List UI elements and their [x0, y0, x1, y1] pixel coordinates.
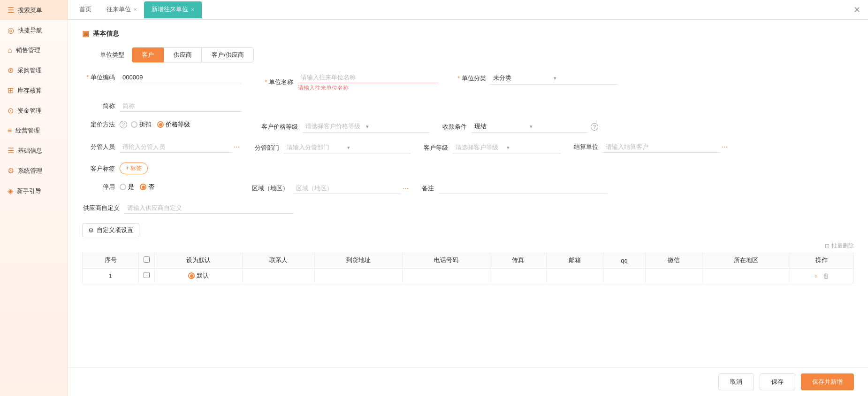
cell-wechat[interactable] [646, 269, 702, 283]
cell-contact[interactable] [243, 269, 315, 283]
contacts-table: 序号 设为默认 联系人 到货地址 电话号码 传真 邮箱 qq 微信 所在地区 操… [82, 252, 854, 283]
disabled-radio-no[interactable]: 否 [140, 183, 154, 191]
unit-code-label: 单位编码 [82, 73, 120, 82]
field-payment-terms: 收款条件 现结 ▾ ? [439, 120, 598, 133]
sidebar-item-purchase[interactable]: ⊛ 采购管理 [0, 60, 68, 80]
payment-terms-help[interactable]: ? [591, 123, 598, 131]
tab-add-partner-close[interactable]: × [191, 7, 194, 12]
customer-level-chevron: ▾ [507, 145, 558, 151]
unit-type-both-btn[interactable]: 客户/供应商 [202, 47, 254, 62]
settlement-unit-more-btn[interactable]: ··· [720, 143, 730, 151]
supervisor-input[interactable] [120, 141, 232, 153]
cell-fax[interactable] [490, 269, 546, 283]
cell-default[interactable]: 默认 [155, 269, 243, 283]
col-index: 序号 [83, 252, 139, 269]
table-section: ⚙ 自定义项设置 ⊡ 批量删除 序号 设为默认 联系人 到货地址 电话号码 传真 [82, 223, 854, 283]
batch-delete-label[interactable]: 批量删除 [831, 242, 854, 250]
col-contact: 联系人 [243, 252, 315, 269]
pricing-radio-discount[interactable]: 折扣 [131, 120, 152, 129]
add-tag-btn[interactable]: + 标签 [120, 163, 148, 174]
window-close-btn[interactable]: ✕ [850, 5, 864, 15]
custom-settings-btn[interactable]: ⚙ 自定义项设置 [82, 223, 139, 237]
quicknav-icon: ◎ [8, 26, 14, 35]
form-content: ▣ 基本信息 单位类型 客户 供应商 客户/供应商 单位编码 单位名称 请输入往… [68, 20, 868, 396]
select-all-checkbox[interactable] [144, 256, 150, 263]
field-settlement-unit: 结算单位 ··· [570, 141, 730, 153]
form-row-supervisor: 分管人员 ··· 分管部门 请输入分管部门 ▾ 客户等级 请选择客户等级 ▾ [82, 141, 854, 154]
sidebar-item-ops[interactable]: ≡ 经营管理 [0, 121, 68, 140]
sidebar-item-label: 库存核算 [17, 86, 42, 95]
pricing-help-icon[interactable]: ? [120, 121, 127, 128]
sidebar-item-quicknav[interactable]: ◎ 快捷导航 [0, 20, 68, 40]
section-basic-info: ▣ 基本信息 [82, 29, 854, 38]
field-department: 分管部门 请输入分管部门 ▾ [251, 141, 411, 154]
sales-icon: ⌂ [8, 46, 12, 54]
settlement-unit-input[interactable] [603, 141, 720, 153]
region-input[interactable] [293, 183, 401, 194]
batch-delete-area: ⊡ 批量删除 [82, 242, 854, 250]
disabled-no-circle [140, 184, 146, 190]
unit-category-label: 单位分类 [457, 74, 490, 83]
save-button[interactable]: 保存 [760, 373, 795, 390]
department-chevron: ▾ [347, 145, 408, 151]
department-select[interactable]: 请输入分管部门 ▾ [284, 141, 411, 154]
save-new-button[interactable]: 保存并新增 [801, 373, 854, 390]
col-qq: qq [603, 252, 646, 269]
region-more-btn[interactable]: ··· [401, 184, 411, 193]
tab-partner-list-label: 往来单位 [107, 5, 131, 14]
unit-type-supplier-btn[interactable]: 供应商 [164, 47, 202, 62]
remark-input[interactable] [439, 183, 608, 194]
sidebar-item-sales[interactable]: ⌂ 销售管理 [0, 40, 68, 60]
tab-partner-list-close[interactable]: × [134, 7, 137, 12]
sidebar-item-newguide[interactable]: ◈ 新手引导 [0, 181, 68, 201]
sidebar-item-search[interactable]: ☰ 搜索菜单 [0, 0, 68, 20]
customer-price-chevron: ▾ [366, 124, 426, 130]
pricing-radio-group: 折扣 价格等级 [131, 120, 190, 129]
sidebar-item-stock[interactable]: ⊞ 库存核算 [0, 80, 68, 101]
row-delete-btn[interactable]: 🗑 [823, 272, 829, 280]
basicinfo-icon: ☰ [8, 146, 14, 155]
sidebar-item-basicinfo[interactable]: ☰ 基础信息 [0, 140, 68, 161]
pricing-radio-pricelevel[interactable]: 价格等级 [157, 120, 190, 129]
sidebar-item-finance[interactable]: ⊙ 资金管理 [0, 101, 68, 121]
short-name-input[interactable] [120, 101, 242, 112]
cell-email[interactable] [547, 269, 603, 283]
col-address: 到货地址 [314, 252, 402, 269]
row-checkbox[interactable] [144, 272, 150, 278]
default-radio[interactable]: 默认 [160, 272, 237, 280]
form-row-supplier-custom: 供应商自定义 [82, 202, 854, 214]
supplier-custom-input[interactable] [124, 202, 293, 214]
form-row-codes: 单位编码 单位名称 请输入往来单位名称 单位分类 未分类 ▾ [82, 72, 854, 92]
default-radio-circle [188, 272, 195, 279]
payment-terms-select[interactable]: 现结 ▾ [472, 120, 588, 133]
cell-checkbox[interactable] [139, 269, 155, 283]
cancel-button[interactable]: 取消 [718, 373, 754, 390]
cell-actions: + 🗑 [790, 269, 853, 283]
cell-address[interactable] [314, 269, 402, 283]
unit-name-input[interactable] [298, 72, 439, 83]
supervisor-label: 分管人员 [82, 143, 120, 151]
tab-add-partner[interactable]: 新增往来单位 × [144, 1, 201, 18]
cell-phone[interactable] [402, 269, 490, 283]
customer-level-select[interactable]: 请选择客户等级 ▾ [453, 141, 561, 154]
unit-category-select[interactable]: 未分类 ▾ [490, 72, 617, 85]
sidebar-item-sysconfig[interactable]: ⚙ 系统管理 [0, 161, 68, 181]
col-checkbox[interactable] [139, 252, 155, 269]
sidebar-item-label: 搜索菜单 [18, 6, 42, 15]
customer-price-level-select[interactable]: 请选择客户价格等级 ▾ [303, 120, 429, 133]
section-info-icon: ▣ [82, 29, 89, 38]
cell-region[interactable] [702, 269, 790, 283]
unit-type-customer-btn[interactable]: 客户 [132, 47, 164, 62]
payment-terms-label: 收款条件 [439, 123, 472, 131]
disabled-radio-yes[interactable]: 是 [120, 183, 134, 191]
supervisor-more-btn[interactable]: ··· [232, 143, 242, 151]
unit-code-input[interactable] [120, 72, 242, 83]
tab-home[interactable]: 首页 [72, 1, 99, 18]
tab-partner-list[interactable]: 往来单位 × [99, 1, 144, 18]
cell-qq[interactable] [603, 269, 646, 283]
remark-label: 备注 [420, 184, 439, 193]
unit-type-label: 单位类型 [82, 51, 124, 59]
customer-price-level-placeholder: 请选择客户价格等级 [305, 122, 366, 131]
customer-tags-label: 客户标签 [82, 164, 120, 173]
row-add-btn[interactable]: + [814, 272, 818, 280]
